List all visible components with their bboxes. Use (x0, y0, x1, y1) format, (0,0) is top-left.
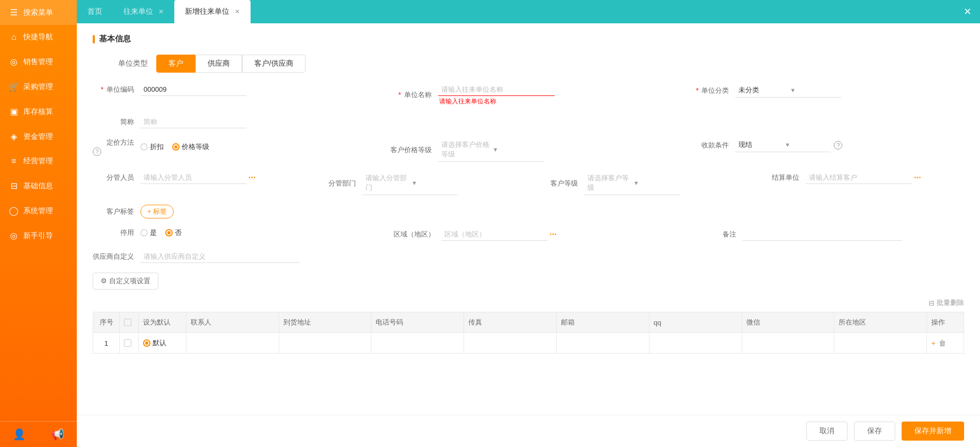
row-checkbox[interactable] (124, 339, 131, 347)
row-area-input[interactable] (839, 339, 922, 347)
sidebar-item-purchase[interactable]: 🛒 采购管理 (0, 74, 77, 99)
remark-input[interactable] (743, 228, 902, 241)
sidebar-item-basic-info[interactable]: ⊟ 基础信息 (0, 173, 77, 198)
sidebar-item-basic-info-label: 基础信息 (23, 181, 53, 191)
tab-new-partner-close[interactable]: ✕ (235, 8, 240, 15)
row-area[interactable] (834, 333, 927, 354)
type-btn-both[interactable]: 客户/供应商 (242, 55, 306, 73)
pricing-level-radio[interactable]: 价格等级 (172, 142, 209, 152)
short-name-input[interactable] (140, 116, 246, 128)
payment-terms-help-icon[interactable]: ? (834, 141, 842, 150)
unit-name-error: 请输入往来单位名称 (439, 97, 555, 106)
col-contact: 联系人 (186, 312, 279, 333)
section-title-bar (93, 35, 95, 43)
tab-partner-label: 往来单位 (123, 7, 153, 16)
row-add-btn[interactable]: + (931, 339, 936, 347)
sidebar-item-guide[interactable]: ◎ 新手引导 (0, 223, 77, 248)
unit-name-label: * 单位名称 (390, 90, 438, 100)
department-select[interactable]: 请输入分管部门 ▼ (362, 171, 458, 195)
customer-level-placeholder: 请选择客户等级 (587, 173, 630, 192)
customer-price-level-select[interactable]: 请选择客户价格等级 ▼ (438, 138, 544, 162)
customer-level-select[interactable]: 请选择客户等级 ▼ (584, 171, 680, 195)
supplier-custom-label: 供应商自定义 (93, 252, 140, 261)
tab-new-partner[interactable]: 新增往来单位 ✕ (174, 0, 251, 23)
sidebar-item-guide-label: 新手引导 (23, 231, 53, 241)
pricing-discount-radio[interactable]: 折扣 (140, 142, 164, 152)
row-phone-input[interactable] (376, 339, 459, 347)
sidebar-item-finance[interactable]: ◈ 资金管理 (0, 124, 77, 149)
settlement-unit-dots-btn[interactable]: ··· (912, 173, 923, 182)
unit-name-input[interactable] (438, 83, 555, 96)
row-qq[interactable] (649, 333, 742, 354)
payment-terms-select[interactable]: 现结 ▼ (735, 138, 831, 152)
pricing-discount-label: 折扣 (150, 142, 164, 152)
settlement-unit-input[interactable] (806, 171, 912, 184)
custom-settings-button[interactable]: ⚙ 自定义项设置 (93, 273, 158, 290)
row-delivery[interactable] (279, 333, 371, 354)
customer-level-chevron: ▼ (634, 180, 676, 186)
row-wechat-input[interactable] (746, 339, 830, 347)
sidebar-footer-right[interactable]: 📢 (39, 422, 77, 447)
row-fax[interactable] (464, 333, 557, 354)
add-tag-button[interactable]: + 标签 (140, 205, 174, 218)
row-actions: + 🗑 (931, 339, 959, 347)
action-bar: 取消 保存 保存并新增 (77, 415, 980, 447)
customer-level-label: 客户等级 (537, 179, 584, 188)
row-phone[interactable] (371, 333, 464, 354)
disabled-yes-radio[interactable]: 是 (140, 228, 157, 238)
operations-icon: ≡ (8, 156, 19, 166)
region-input[interactable] (441, 228, 547, 241)
sidebar-item-search[interactable]: ☰ 搜索菜单 (0, 0, 77, 25)
field-settlement-unit: 结算单位 ··· (758, 171, 964, 184)
type-btn-supplier[interactable]: 供应商 (195, 55, 242, 73)
field-region: 区域（地区） ··· (394, 228, 663, 241)
form-row-4: 分管人员 ··· 分管部门 请输入分管部门 ▼ 客户等级 请选择客户等级 ▼ 结… (93, 171, 964, 195)
field-department: 分管部门 请输入分管部门 ▼ (315, 171, 521, 195)
region-dots-btn[interactable]: ··· (547, 230, 558, 239)
tab-bar-close-all[interactable]: ✕ (955, 6, 980, 17)
table-select-all-checkbox[interactable] (124, 319, 131, 326)
sidebar-item-quick-nav[interactable]: ⌂ 快捷导航 (0, 25, 77, 49)
sidebar-footer-left[interactable]: 👤 (0, 422, 39, 447)
sidebar-item-sales[interactable]: ◎ 销售管理 (0, 49, 77, 74)
row-email[interactable] (556, 333, 649, 354)
tab-partner-close[interactable]: ✕ (158, 8, 164, 15)
row-wechat[interactable] (742, 333, 834, 354)
save-and-new-button[interactable]: 保存并新增 (902, 422, 964, 441)
col-phone: 电话号码 (371, 312, 464, 333)
cancel-button[interactable]: 取消 (806, 422, 848, 441)
search-icon: ☰ (8, 7, 19, 17)
pricing-method-help-icon[interactable]: ? (93, 147, 101, 156)
row-contact-input[interactable] (191, 339, 274, 347)
save-button[interactable]: 保存 (854, 422, 895, 441)
system-icon: ◯ (8, 206, 19, 216)
row-delivery-input[interactable] (283, 339, 367, 347)
sidebar-footer: 👤 📢 (0, 421, 77, 447)
field-customer-level: 客户等级 请选择客户等级 ▼ (537, 171, 743, 195)
unit-type-label: 单位类型 (93, 59, 156, 68)
tab-home[interactable]: 首页 (77, 0, 113, 23)
sidebar-item-system[interactable]: ◯ 系统管理 (0, 198, 77, 223)
row-email-input[interactable] (561, 339, 645, 347)
sidebar-item-inventory[interactable]: ▣ 库存核算 (0, 99, 77, 124)
unit-code-input[interactable] (140, 83, 246, 96)
tab-partner[interactable]: 往来单位 ✕ (113, 0, 174, 23)
manager-dots-btn[interactable]: ··· (246, 173, 257, 182)
supplier-custom-input[interactable] (140, 250, 299, 263)
pricing-discount-circle (140, 143, 148, 151)
row-qq-input[interactable] (654, 339, 737, 347)
region-label: 区域（地区） (394, 230, 441, 239)
row-default-radio[interactable]: 默认 (143, 338, 182, 348)
row-contact[interactable] (186, 333, 279, 354)
row-delete-btn[interactable]: 🗑 (939, 339, 946, 347)
disabled-no-radio[interactable]: 否 (165, 228, 182, 238)
row-fax-input[interactable] (468, 339, 552, 347)
unit-category-select[interactable]: 未分类 ▼ (735, 83, 841, 98)
sidebar-item-operations[interactable]: ≡ 经营管理 (0, 149, 77, 173)
batch-delete-icon: ⊟ (929, 299, 934, 307)
section-title-text: 基本信息 (99, 34, 131, 44)
manager-input[interactable] (140, 171, 246, 184)
payment-terms-label: 收款条件 (688, 141, 735, 150)
type-btn-customer[interactable]: 客户 (156, 55, 195, 73)
batch-delete-area[interactable]: ⊟ 批量删除 (93, 298, 964, 308)
